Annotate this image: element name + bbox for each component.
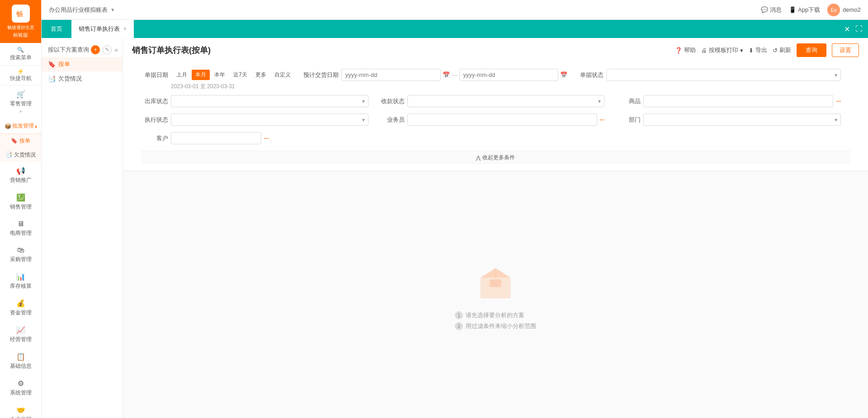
basic-icon: 📋 [16, 352, 25, 361]
date-tab-last-month[interactable]: 上月 [173, 70, 191, 80]
refresh-btn[interactable]: ↺ 刷新 [773, 46, 791, 54]
date-tab-custom[interactable]: 自定义 [271, 70, 294, 80]
sidebar-item-basic[interactable]: 📋 基础信息 [0, 348, 41, 375]
filter-date-item: 单据日期 上月 本月 本年 近7天 更多 自定义 [141, 70, 294, 80]
order-item-icon: 🔖 [48, 61, 56, 68]
date-tab-this-month[interactable]: 本月 [192, 70, 210, 80]
sidebar: 畅 畅捷通好生意 标账版 🔍 搜索菜单 ⚡ 快捷导航 🛒 零售管理 ▾ 📦 批发… [0, 0, 42, 418]
receipt-status-select[interactable] [407, 95, 605, 107]
sidebar-quicknav-item[interactable]: ⚡ 快捷导航 [0, 66, 41, 86]
ecommerce-icon: 🖥 [17, 220, 24, 228]
query-btn[interactable]: 查询 [797, 43, 826, 57]
sidebar-quicknav-label: 快捷导航 [0, 75, 41, 82]
page-header: 销售订单执行表(按单) ❓ 帮助 🖨 按模板打印 ▾ ⬇ [123, 38, 868, 171]
date-tab-last7days[interactable]: 近7天 [230, 70, 251, 80]
goods-input[interactable] [643, 95, 833, 107]
filter-dept-item: 部门 [613, 114, 841, 126]
sidebar-sub-item-order[interactable]: 🔖 按单 [0, 134, 41, 148]
collapse-btn[interactable]: ⋀ 收起更多条件 [141, 151, 850, 164]
sidebar-item-marketing[interactable]: 📢 营销推广 [0, 162, 41, 189]
quicknav-icon: ⚡ [0, 68, 41, 75]
sidebar-item-inventory[interactable]: 📊 库存核算 [0, 268, 41, 294]
delivery-to-input[interactable] [459, 69, 559, 81]
customer-input[interactable] [171, 132, 261, 144]
avatar-text: Ea [831, 7, 837, 13]
debt-item-icon: 📑 [48, 75, 56, 82]
sidebar-item-wholesale[interactable]: 📦 批发管理 ▴ [0, 119, 41, 133]
calendar-from-icon[interactable]: 📅 [443, 71, 450, 78]
sidebar-sub-item-debt[interactable]: 📑 欠货情况 [0, 148, 41, 162]
date-tab-more[interactable]: 更多 [252, 70, 270, 80]
tab-home[interactable]: 首页 [42, 20, 71, 38]
tab-sales-order[interactable]: 销售订单执行表 × [71, 20, 134, 38]
user-profile[interactable]: Ea demo2 [827, 4, 861, 16]
sidebar-item-system[interactable]: ⚙ 系统管理 [0, 375, 41, 401]
sidebar-item-ecommerce[interactable]: 🖥 电商管理 [0, 215, 41, 242]
doc-status-label: 单据状态 [576, 71, 604, 79]
top-header: 办公用品行业模拟账表 ▾ 💬 消息 📱 App下载 Ea demo2 [42, 0, 868, 20]
logo-subtext: 标账版 [3, 32, 38, 38]
date-tab-this-year[interactable]: 本年 [211, 70, 229, 80]
export-btn[interactable]: ⬇ 导出 [749, 46, 767, 54]
exec-status-select-wrap [171, 114, 368, 126]
order-icon: 🔖 [11, 138, 18, 144]
search-icon: 🔍 [3, 47, 38, 53]
sidebar-item-operation[interactable]: 📈 经营管理 [0, 321, 41, 348]
stock-status-select[interactable] [171, 95, 368, 107]
window-maximize-icon[interactable]: ⛶ [855, 25, 863, 33]
sidebar-logo[interactable]: 畅 畅捷通好生意 标账版 [0, 0, 41, 43]
sidebar-item-purchase[interactable]: 🛍 采购管理 [0, 242, 41, 268]
left-panel-edit-btn[interactable]: ✎ [103, 45, 112, 54]
stock-status-label: 出库状态 [141, 97, 168, 105]
sidebar-item-purchase-label: 采购管理 [10, 256, 32, 263]
help-label: 帮助 [684, 46, 696, 54]
sidebar-item-retail[interactable]: 🛒 零售管理 ▾ [0, 86, 41, 119]
left-panel-add-btn[interactable]: + [91, 45, 100, 54]
sidebar-item-enterprise[interactable]: 🤝 企业协同 [0, 401, 41, 418]
setting-btn[interactable]: 设置 [832, 43, 859, 57]
sidebar-item-finance[interactable]: 💰 资金管理 [0, 294, 41, 321]
sales-icon: 💹 [16, 193, 25, 202]
sidebar-section-wholesale: 📦 批发管理 ▴ 🔖 按单 📑 欠货情况 [0, 119, 41, 162]
exec-status-select[interactable] [171, 114, 368, 126]
help-btn[interactable]: ❓ 帮助 [675, 46, 696, 54]
tab-close-icon[interactable]: × [123, 26, 127, 32]
sidebar-item-sales[interactable]: 💹 销售管理 [0, 189, 41, 215]
doc-status-select[interactable] [606, 69, 841, 81]
header-dropdown-icon[interactable]: ▾ [111, 6, 114, 13]
message-btn[interactable]: 💬 消息 [761, 6, 782, 14]
salesman-ellipsis-btn[interactable]: ··· [600, 116, 605, 123]
system-icon: ⚙ [18, 379, 24, 388]
calendar-to-icon[interactable]: 📅 [560, 71, 567, 78]
edit-icon: ✎ [105, 47, 109, 53]
header-left: 办公用品行业模拟账表 ▾ [49, 6, 114, 14]
filter-row-4: 客户 ··· [141, 132, 850, 144]
salesman-input[interactable] [407, 114, 597, 126]
filter-delivery-item: 预计交货日期 📅 — 📅 [303, 69, 568, 81]
refresh-icon: ↺ [773, 47, 778, 54]
print-icon: 🖨 [701, 47, 707, 54]
customer-label: 客户 [141, 134, 168, 142]
print-chevron[interactable]: ▾ [740, 47, 743, 54]
customer-ellipsis-btn[interactable]: ··· [264, 135, 269, 142]
filter-goods-item: 商品 ··· [613, 95, 841, 107]
message-icon: 💬 [761, 6, 768, 13]
window-close-icon[interactable]: ✕ [844, 25, 850, 33]
goods-ellipsis-btn[interactable]: ··· [836, 98, 841, 104]
left-panel-item-debt[interactable]: 📑 欠货情况 [42, 71, 123, 86]
sidebar-search-item[interactable]: 🔍 搜索菜单 [0, 43, 41, 66]
debt-icon: 📑 [5, 152, 12, 158]
svg-text:?: ? [494, 272, 497, 278]
content-area: 按以下方案查询 + ✎ « 🔖 按单 📑 欠货情况 [42, 38, 868, 418]
app-download-btn[interactable]: 📱 App下载 [789, 6, 820, 14]
avatar: Ea [827, 4, 840, 16]
left-panel-item-order[interactable]: 🔖 按单 [42, 57, 123, 71]
exec-status-label: 执行状态 [141, 116, 168, 124]
operation-icon: 📈 [16, 326, 25, 334]
empty-tips: 1 请先选择要分析的方案 2 用过滤条件来缩小分析范围 [455, 311, 536, 330]
delivery-from-input[interactable] [341, 69, 441, 81]
left-panel-collapse-btn[interactable]: « [114, 46, 118, 53]
filter-salesman-item: 业务员 ··· [377, 114, 605, 126]
print-btn[interactable]: 🖨 按模板打印 ▾ [701, 46, 743, 54]
dept-select[interactable] [643, 114, 841, 126]
